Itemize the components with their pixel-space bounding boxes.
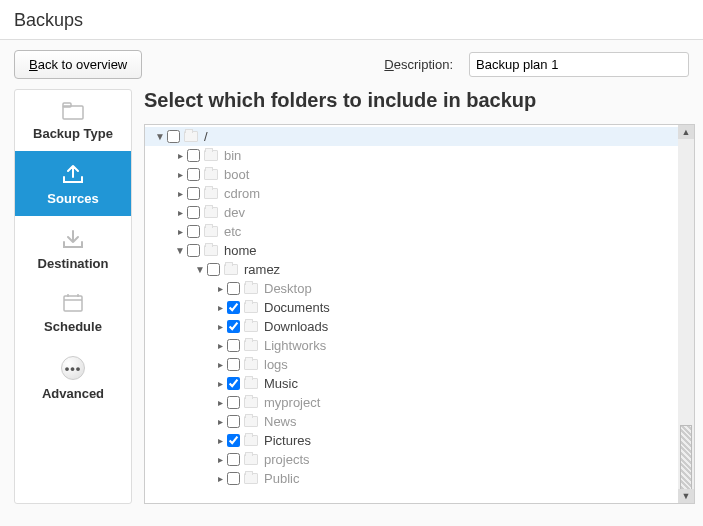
description-label: Description: bbox=[384, 57, 453, 72]
folder-checkbox[interactable] bbox=[227, 415, 240, 428]
tree-row[interactable]: ▸etc bbox=[145, 222, 678, 241]
tree-row[interactable]: ▸Downloads bbox=[145, 317, 678, 336]
folder-name: home bbox=[224, 243, 257, 258]
chevron-right-icon[interactable]: ▸ bbox=[213, 359, 227, 370]
tree-row[interactable]: ▼/ bbox=[145, 127, 678, 146]
tree-row[interactable]: ▸Public bbox=[145, 469, 678, 488]
schedule-icon bbox=[19, 293, 127, 313]
folder-checkbox[interactable] bbox=[187, 244, 200, 257]
folder-name: cdrom bbox=[224, 186, 260, 201]
tree-scrollbar[interactable]: ▲ ▼ bbox=[678, 125, 694, 503]
tree-row[interactable]: ▸projects bbox=[145, 450, 678, 469]
tab-sources[interactable]: Sources bbox=[15, 151, 131, 216]
tree-row[interactable]: ▼home bbox=[145, 241, 678, 260]
folder-name: bin bbox=[224, 148, 241, 163]
folder-icon bbox=[244, 416, 258, 427]
folder-icon bbox=[244, 378, 258, 389]
tab-backup-type[interactable]: Backup Type bbox=[15, 90, 131, 151]
folder-checkbox[interactable] bbox=[207, 263, 220, 276]
tree-row[interactable]: ▸bin bbox=[145, 146, 678, 165]
description-input[interactable] bbox=[469, 52, 689, 77]
chevron-down-icon[interactable]: ▼ bbox=[193, 264, 207, 275]
folder-checkbox[interactable] bbox=[227, 358, 240, 371]
tree-row[interactable]: ▸Documents bbox=[145, 298, 678, 317]
folder-checkbox[interactable] bbox=[227, 339, 240, 352]
tree-row[interactable]: ▼ramez bbox=[145, 260, 678, 279]
folder-icon bbox=[204, 226, 218, 237]
chevron-right-icon[interactable]: ▸ bbox=[173, 150, 187, 161]
folder-icon bbox=[244, 302, 258, 313]
tab-backup-type-label: Backup Type bbox=[33, 126, 113, 141]
folder-checkbox[interactable] bbox=[187, 168, 200, 181]
folder-name: Public bbox=[264, 471, 299, 486]
scroll-thumb[interactable] bbox=[680, 425, 692, 495]
folder-icon bbox=[204, 169, 218, 180]
tab-advanced[interactable]: ••• Advanced bbox=[15, 344, 131, 411]
folder-checkbox[interactable] bbox=[227, 472, 240, 485]
page-title: Backups bbox=[0, 0, 703, 40]
chevron-right-icon[interactable]: ▸ bbox=[173, 207, 187, 218]
folder-icon bbox=[204, 207, 218, 218]
chevron-right-icon[interactable]: ▸ bbox=[213, 283, 227, 294]
folder-checkbox[interactable] bbox=[227, 320, 240, 333]
chevron-down-icon[interactable]: ▼ bbox=[173, 245, 187, 256]
folder-checkbox[interactable] bbox=[227, 377, 240, 390]
chevron-right-icon[interactable]: ▸ bbox=[213, 416, 227, 427]
folder-name: myproject bbox=[264, 395, 320, 410]
folder-checkbox[interactable] bbox=[187, 225, 200, 238]
tree-row[interactable]: ▸logs bbox=[145, 355, 678, 374]
scroll-down-icon[interactable]: ▼ bbox=[678, 489, 694, 503]
folder-name: boot bbox=[224, 167, 249, 182]
tab-destination[interactable]: Destination bbox=[15, 216, 131, 281]
back-rest-text: ack to overview bbox=[38, 57, 128, 72]
tree-row[interactable]: ▸myproject bbox=[145, 393, 678, 412]
chevron-right-icon[interactable]: ▸ bbox=[173, 169, 187, 180]
folder-icon bbox=[204, 188, 218, 199]
chevron-right-icon[interactable]: ▸ bbox=[213, 321, 227, 332]
folder-checkbox[interactable] bbox=[227, 301, 240, 314]
folder-icon bbox=[244, 283, 258, 294]
tree-row[interactable]: ▸Desktop bbox=[145, 279, 678, 298]
tree-row[interactable]: ▸News bbox=[145, 412, 678, 431]
chevron-right-icon[interactable]: ▸ bbox=[213, 378, 227, 389]
folder-checkbox[interactable] bbox=[227, 434, 240, 447]
chevron-right-icon[interactable]: ▸ bbox=[213, 473, 227, 484]
folder-checkbox[interactable] bbox=[227, 282, 240, 295]
folder-icon bbox=[244, 397, 258, 408]
wizard-sidebar: Backup Type Sources Destination Schedule… bbox=[14, 89, 132, 504]
tree-row[interactable]: ▸Music bbox=[145, 374, 678, 393]
chevron-right-icon[interactable]: ▸ bbox=[213, 397, 227, 408]
tree-row[interactable]: ▸Lightworks bbox=[145, 336, 678, 355]
chevron-right-icon[interactable]: ▸ bbox=[173, 188, 187, 199]
folder-name: ramez bbox=[244, 262, 280, 277]
folder-name: Downloads bbox=[264, 319, 328, 334]
folder-checkbox[interactable] bbox=[227, 453, 240, 466]
folder-checkbox[interactable] bbox=[187, 187, 200, 200]
tree-row[interactable]: ▸Pictures bbox=[145, 431, 678, 450]
chevron-right-icon[interactable]: ▸ bbox=[213, 302, 227, 313]
chevron-right-icon[interactable]: ▸ bbox=[213, 435, 227, 446]
chevron-down-icon[interactable]: ▼ bbox=[153, 131, 167, 142]
folder-checkbox[interactable] bbox=[187, 149, 200, 162]
chevron-right-icon[interactable]: ▸ bbox=[213, 340, 227, 351]
folder-checkbox[interactable] bbox=[187, 206, 200, 219]
folder-name: logs bbox=[264, 357, 288, 372]
chevron-right-icon[interactable]: ▸ bbox=[213, 454, 227, 465]
folder-icon bbox=[184, 131, 198, 142]
folder-icon bbox=[244, 454, 258, 465]
tree-row[interactable]: ▸dev bbox=[145, 203, 678, 222]
scroll-up-icon[interactable]: ▲ bbox=[678, 125, 694, 139]
folder-checkbox[interactable] bbox=[227, 396, 240, 409]
back-to-overview-button[interactable]: Back to overview bbox=[14, 50, 142, 79]
folder-tree[interactable]: ▼/▸bin▸boot▸cdrom▸dev▸etc▼home▼ramez▸Des… bbox=[145, 125, 678, 503]
folder-checkbox[interactable] bbox=[167, 130, 180, 143]
folder-name: projects bbox=[264, 452, 310, 467]
folder-icon bbox=[244, 359, 258, 370]
chevron-right-icon[interactable]: ▸ bbox=[173, 226, 187, 237]
tab-schedule[interactable]: Schedule bbox=[15, 281, 131, 344]
tree-row[interactable]: ▸boot bbox=[145, 165, 678, 184]
folder-name: / bbox=[204, 129, 208, 144]
svg-rect-2 bbox=[64, 296, 82, 311]
sources-icon bbox=[19, 163, 127, 185]
tree-row[interactable]: ▸cdrom bbox=[145, 184, 678, 203]
